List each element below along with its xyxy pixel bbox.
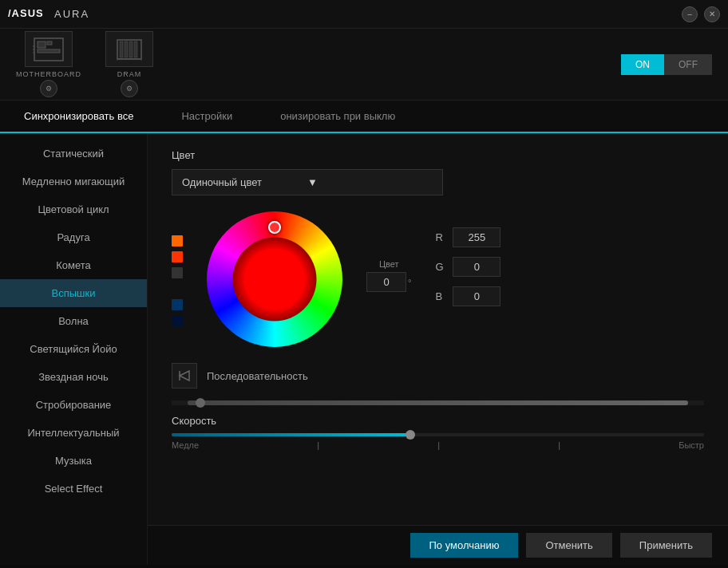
- swatch-orange[interactable]: [172, 235, 183, 247]
- tab-sync-all[interactable]: Синхронизировать все: [0, 101, 157, 133]
- b-row: B: [435, 286, 500, 306]
- toggle-off-button[interactable]: OFF: [664, 54, 712, 75]
- swatch-black[interactable]: [172, 283, 183, 294]
- sidebar-item-rainbow[interactable]: Радуга: [0, 223, 147, 251]
- sequence-slider-thumb[interactable]: [196, 398, 205, 408]
- apply-button[interactable]: Применить: [620, 533, 712, 558]
- svg-text:/ASUS: /ASUS: [8, 7, 44, 19]
- tab-settings[interactable]: Настройки: [157, 101, 256, 133]
- sequence-slider[interactable]: [172, 400, 704, 405]
- color-value-label: Цвет: [379, 259, 399, 269]
- swatch-dark-gray[interactable]: [172, 267, 183, 278]
- window-controls: – ✕: [682, 6, 720, 22]
- color-value-input[interactable]: [366, 272, 406, 292]
- sidebar-item-wave[interactable]: Волна: [0, 307, 147, 335]
- tick1: |: [317, 440, 319, 450]
- g-input[interactable]: [453, 257, 500, 277]
- svg-rect-11: [129, 41, 133, 57]
- speed-slider-track[interactable]: [172, 433, 704, 436]
- minimize-button[interactable]: –: [682, 6, 698, 22]
- tick3: |: [558, 440, 560, 450]
- color-wheel-handle[interactable]: [268, 221, 281, 234]
- speed-fast-label: Быстр: [679, 440, 704, 450]
- swatch-red-orange[interactable]: [172, 251, 183, 262]
- svg-rect-12: [134, 41, 137, 57]
- sidebar-item-flash[interactable]: Вспышки: [0, 279, 147, 307]
- motherboard-device[interactable]: MOTHERBOARD ⚙: [16, 31, 81, 97]
- speed-slow-label: Медле: [172, 440, 199, 450]
- motherboard-badge: ⚙: [40, 80, 57, 97]
- close-button[interactable]: ✕: [704, 6, 720, 22]
- action-bar: По умолчанию Отменить Применить: [148, 525, 728, 565]
- r-row: R: [435, 227, 500, 247]
- color-dropdown[interactable]: Одиночный цвет ▼: [172, 169, 443, 195]
- motherboard-label: MOTHERBOARD: [16, 70, 81, 78]
- main-area: Статический Медленно мигающий Цветовой ц…: [0, 133, 728, 565]
- sequence-icon[interactable]: [172, 363, 197, 389]
- app-name-text: AURA: [54, 8, 89, 20]
- dram-device[interactable]: DRAM ⚙: [105, 31, 153, 97]
- svg-rect-10: [125, 41, 128, 57]
- dram-icon-box: [105, 31, 153, 67]
- sidebar-item-starry-night[interactable]: Звездная ночь: [0, 363, 147, 391]
- color-deg-label: °: [408, 278, 411, 287]
- toggle-on-button[interactable]: ON: [621, 54, 664, 75]
- dropdown-arrow-icon: ▼: [307, 176, 433, 188]
- swatch-dark-blue[interactable]: [172, 299, 183, 310]
- speed-slider-labels: Медле | | | Быстр: [172, 440, 704, 450]
- speed-slider-thumb[interactable]: [406, 430, 415, 440]
- color-value-group: Цвет °: [366, 211, 411, 292]
- sidebar: Статический Медленно мигающий Цветовой ц…: [0, 133, 148, 565]
- sidebar-item-smart[interactable]: Интеллектуальный: [0, 419, 147, 447]
- content-area: Цвет Одиночный цвет ▼: [148, 133, 728, 565]
- sidebar-item-slow-blink[interactable]: Медленно мигающий: [0, 168, 147, 195]
- titlebar: /ASUS AURA – ✕: [0, 0, 728, 29]
- motherboard-icon-box: [25, 31, 73, 67]
- b-label: B: [435, 290, 445, 302]
- tab-shutdown-sync[interactable]: онизировать при выклю: [256, 101, 419, 133]
- app-logo: /ASUS AURA: [8, 6, 89, 22]
- swatch-navy[interactable]: [172, 315, 183, 326]
- color-picker-area: Цвет ° R G B: [172, 211, 704, 347]
- speed-section-label: Скорость: [172, 415, 704, 427]
- device-bar: MOTHERBOARD ⚙ DRAM ⚙ ON OFF: [0, 29, 728, 101]
- rgb-inputs: R G B: [435, 211, 500, 306]
- dram-label: DRAM: [117, 70, 142, 78]
- speed-slider-fill: [172, 433, 411, 436]
- r-label: R: [435, 231, 445, 243]
- sidebar-item-color-cycle[interactable]: Цветовой цикл: [0, 195, 147, 223]
- sidebar-item-comet[interactable]: Комета: [0, 251, 147, 279]
- sequence-row: Последовательность: [172, 363, 704, 389]
- asus-logo-text: /ASUS: [8, 6, 48, 22]
- svg-rect-3: [47, 41, 52, 45]
- color-section-label: Цвет: [172, 149, 704, 161]
- color-dropdown-value: Одиночный цвет: [182, 176, 307, 188]
- color-wheel-center: [245, 250, 305, 310]
- svg-rect-9: [120, 41, 123, 57]
- g-row: G: [435, 257, 500, 277]
- speed-slider-container: Медле | | | Быстр: [172, 433, 704, 450]
- r-input[interactable]: [453, 227, 500, 247]
- b-input[interactable]: [453, 286, 500, 306]
- default-button[interactable]: По умолчанию: [410, 533, 519, 558]
- cancel-button[interactable]: Отменить: [526, 533, 611, 558]
- dram-badge: ⚙: [121, 80, 138, 97]
- sequence-label: Последовательность: [207, 370, 308, 382]
- color-wheel[interactable]: [207, 211, 342, 347]
- sidebar-item-music[interactable]: Музыка: [0, 447, 147, 475]
- color-wheel-container[interactable]: [207, 211, 342, 347]
- svg-rect-4: [38, 49, 60, 53]
- sidebar-item-static[interactable]: Статический: [0, 140, 147, 168]
- g-label: G: [435, 261, 445, 273]
- color-swatches: [172, 211, 183, 326]
- sidebar-item-select-effect[interactable]: Select Effect: [0, 475, 147, 503]
- svg-rect-2: [38, 41, 46, 48]
- sidebar-item-strobe[interactable]: Стробирование: [0, 391, 147, 419]
- sidebar-item-glowing-yoyo[interactable]: Светящийся Йойо: [0, 335, 147, 363]
- power-toggle: ON OFF: [621, 54, 712, 75]
- tab-bar: Синхронизировать все Настройки онизирова…: [0, 101, 728, 133]
- tick2: |: [437, 440, 440, 450]
